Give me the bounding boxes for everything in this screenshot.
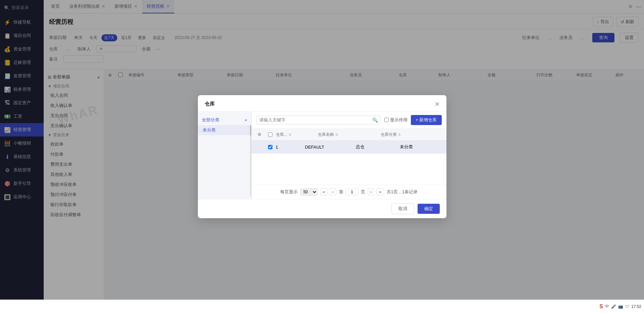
- modal-total-info: 共1页，1条记录: [387, 189, 418, 195]
- modal-col-check[interactable]: [265, 132, 276, 137]
- modal-pagination: 每页显示 501020100 « ‹ 第 页 › » 共1页，1条记录: [252, 185, 446, 199]
- modal-all-categories[interactable]: 全部分类 «: [198, 115, 251, 125]
- row-category: 未分类: [400, 144, 444, 150]
- taskbar-right: S 中 🎤 📺 🛡 17:52: [599, 304, 641, 310]
- modal-prev-page-btn[interactable]: ‹: [330, 188, 336, 195]
- modal-show-disabled-label[interactable]: 显示停用: [384, 117, 407, 123]
- scroll-track: [250, 135, 251, 196]
- modal-category-pane: 全部分类 « 未分类: [198, 112, 252, 199]
- modal-next-page-btn[interactable]: ›: [368, 188, 374, 195]
- modal-last-page-btn[interactable]: »: [377, 188, 384, 195]
- modal-col-id-header: 仓库... ⇅: [276, 132, 318, 138]
- row-check[interactable]: [265, 145, 276, 149]
- row-name: 总仓: [356, 144, 400, 150]
- show-disabled-text: 显示停用: [390, 117, 407, 123]
- row-id: 1: [276, 145, 305, 150]
- modal-page-size-label: 每页显示: [280, 189, 298, 195]
- modal-page-label: 第: [339, 189, 343, 195]
- add-warehouse-button[interactable]: + 新增仓库: [411, 115, 441, 125]
- modal-body: 全部分类 « 未分类: [198, 112, 446, 199]
- modal-page-input[interactable]: [346, 189, 358, 195]
- row-code: DEFAULT: [305, 145, 349, 150]
- modal-footer: 取消 确定: [198, 199, 446, 218]
- taskbar-icon-4: 📺: [618, 304, 623, 309]
- modal-table-header: ⚙ 仓库... ⇅ 仓库名称 ⇅ 仓库分类: [252, 129, 446, 141]
- table-row[interactable]: 1 DEFAULT 总仓 未分类: [252, 141, 446, 154]
- modal-header: 仓库 ✕: [198, 95, 446, 112]
- modal-table: ⚙ 仓库... ⇅ 仓库名称 ⇅ 仓库分类: [252, 129, 446, 185]
- modal-show-disabled-checkbox[interactable]: [384, 118, 389, 122]
- cat-sort-icon[interactable]: ⇅: [398, 133, 401, 136]
- taskbar-icon-3: 🎤: [611, 304, 616, 309]
- taskbar-icon-1: S: [599, 304, 603, 310]
- modal-category-collapse-icon[interactable]: «: [245, 117, 247, 122]
- modal-table-pane: 🔍 显示停用 + 新增仓库 ⚙: [252, 112, 446, 199]
- warehouse-modal: 仓库 ✕ 全部分类 « 未分类: [198, 95, 446, 218]
- modal-search-box: 🔍: [256, 116, 381, 124]
- modal-all-categories-label: 全部分类: [202, 117, 219, 123]
- modal-category-scroll-area: [198, 135, 251, 196]
- modal-overlay: 仓库 ✕ 全部分类 « 未分类: [0, 0, 644, 313]
- modal-category-unclassified[interactable]: 未分类: [198, 125, 251, 135]
- id-sort-icon[interactable]: ⇅: [289, 133, 291, 136]
- modal-col-name-header: 仓库名称 ⇅: [318, 132, 381, 138]
- modal-cancel-button[interactable]: 取消: [391, 203, 414, 214]
- name-sort-icon[interactable]: ⇅: [335, 133, 338, 136]
- modal-search-input[interactable]: [259, 117, 371, 122]
- modal-col-cat-header: 仓库分类 ⇅: [381, 132, 444, 138]
- modal-title: 仓库: [205, 101, 215, 107]
- row-checkbox[interactable]: [268, 145, 272, 149]
- modal-select-all[interactable]: [268, 132, 272, 137]
- taskbar-time: 17:52: [631, 304, 641, 309]
- modal-first-page-btn[interactable]: «: [320, 188, 327, 195]
- modal-confirm-button[interactable]: 确定: [418, 204, 440, 214]
- modal-close-btn[interactable]: ✕: [435, 101, 440, 108]
- modal-search-icon: 🔍: [372, 117, 378, 123]
- modal-page-size-select[interactable]: 501020100: [300, 188, 317, 196]
- modal-page-unit: 页: [361, 189, 365, 195]
- modal-toolbar: 🔍 显示停用 + 新增仓库: [252, 112, 446, 129]
- taskbar-icon-2: 中: [605, 304, 609, 309]
- modal-category-list: 未分类: [198, 125, 251, 135]
- taskbar-icon-5: 🛡: [625, 304, 629, 309]
- modal-col-gear[interactable]: ⚙: [254, 132, 265, 137]
- taskbar: S 中 🎤 📺 🛡 17:52: [0, 300, 644, 313]
